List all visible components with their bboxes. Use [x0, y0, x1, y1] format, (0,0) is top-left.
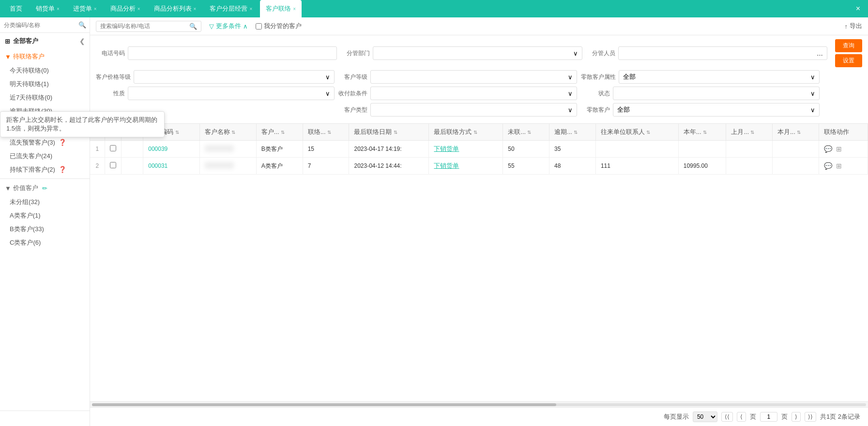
next-page-button[interactable]: ⟩ — [792, 412, 801, 422]
close-icon[interactable]: × — [293, 6, 296, 12]
person-label: 分管人员 — [586, 49, 615, 58]
sidebar-value-header[interactable]: ▼ 价值客户 ✏ — [0, 181, 90, 195]
filter-row-4: … 客户类型 ∨ 零散客户 全部∨ — [96, 103, 862, 117]
filter-cell-phone: 电话号码 — [96, 46, 337, 60]
sidebar-pending-header[interactable]: ▼ 待联络客户 — [0, 49, 90, 64]
collapse-icon[interactable]: ❮ — [79, 38, 85, 45]
filter-row-1: 电话号码 分管部门 ∨ 分管人员 … 查询 设置 — [96, 39, 862, 67]
person-input[interactable]: … — [618, 46, 827, 60]
contact-icon[interactable]: 💬 — [824, 145, 832, 153]
col-last-contact-date[interactable]: 最后联络日期 ⇅ — [349, 124, 429, 141]
top-nav: 首页 销货单 × 进货单 × 商品分析 × 商品分析列表 × 客户分层经营 × … — [0, 0, 868, 17]
customer-grade-label: 客户等级 — [338, 73, 367, 81]
phone-input[interactable] — [128, 46, 337, 60]
export-button[interactable]: ↑ 导出 — [845, 22, 863, 30]
per-page-select[interactable]: 50 100 200 — [693, 411, 717, 422]
row-uncontacted: 50 — [503, 141, 549, 158]
customer-type-select[interactable]: ∨ — [370, 103, 577, 117]
page-number-input[interactable] — [760, 412, 777, 422]
row-overdue: 35 — [549, 141, 596, 158]
scrollbar-thumb[interactable] — [92, 403, 556, 406]
search-input[interactable] — [100, 23, 187, 29]
sidebar-item-lost-predicted[interactable]: 流失预警客户(3) ❓ — [0, 136, 90, 149]
row-contact: 15 — [303, 141, 349, 158]
my-customer-checkbox[interactable] — [256, 23, 262, 29]
dept-select[interactable]: ∨ — [373, 46, 582, 60]
col-name[interactable]: 客户名称 ⇅ — [200, 124, 257, 141]
sidebar-item-already-lost[interactable]: 已流失客户(24) — [0, 149, 90, 163]
sidebar-item-7days[interactable]: 近7天待联络(0) — [0, 91, 90, 104]
sort-icon: ⇅ — [473, 130, 477, 135]
sidebar-item-continuous-down[interactable]: 持续下滑客户(2) ❓ — [0, 163, 90, 176]
col-this-year[interactable]: 本年... ⇅ — [678, 124, 726, 141]
close-icon[interactable]: × — [137, 6, 140, 12]
prev-page-button[interactable]: ⟨ — [737, 412, 746, 422]
filter-cell-customer-type: 客户类型 ∨ — [338, 103, 577, 117]
tab-purchase[interactable]: 进货单 × — [67, 0, 103, 17]
row-last-month — [726, 158, 773, 175]
first-page-button[interactable]: ⟨⟨ — [721, 412, 733, 422]
row-last-contact-method[interactable]: 下销货单 — [429, 158, 503, 175]
close-icon[interactable]: × — [249, 6, 252, 12]
edit-icon[interactable]: ✏ — [42, 185, 47, 192]
sidebar-all-customers[interactable]: ⊞ 全部客户 ❮ — [0, 33, 90, 49]
more-conditions-button[interactable]: ▽ 更多条件 ∧ — [205, 20, 252, 32]
sidebar-item-a-class[interactable]: A类客户(1) — [0, 209, 90, 222]
close-icon[interactable]: × — [94, 6, 97, 12]
last-page-button[interactable]: ⟩⟩ — [805, 412, 816, 422]
close-icon[interactable]: × — [194, 6, 197, 12]
sidebar-item-ungrouped[interactable]: 未分组(32) — [0, 195, 90, 209]
tab-customer-tier[interactable]: 客户分层经营 × — [204, 0, 258, 17]
search-icon[interactable]: 🔍 — [189, 23, 197, 30]
col-last-month[interactable]: 上月... ⇅ — [726, 124, 773, 141]
contact-method-link[interactable]: 下销货单 — [434, 162, 459, 169]
customer-grade-select[interactable]: ∨ — [370, 70, 577, 84]
col-uncontacted[interactable]: 未联... ⇅ — [503, 124, 549, 141]
contact-method-link[interactable]: 下销货单 — [434, 145, 459, 152]
horizontal-scrollbar[interactable] — [90, 401, 868, 407]
status-select[interactable]: ∨ — [613, 87, 820, 100]
col-unit-contact[interactable]: 往来单位联系人 ⇅ — [595, 124, 678, 141]
sort-icon: ⇅ — [797, 130, 801, 135]
filter-actions: 查询 设置 — [835, 39, 862, 67]
query-button[interactable]: 查询 — [835, 39, 862, 52]
tab-customer-contact[interactable]: 客户联络 × — [260, 0, 302, 17]
advanced-filter: 电话号码 分管部门 ∨ 分管人员 … 查询 设置 — [90, 35, 868, 124]
retail-attr-select[interactable]: 全部∨ — [619, 70, 820, 84]
col-last-contact-method[interactable]: 最后联络方式 ⇅ — [429, 124, 503, 141]
more-action-icon[interactable]: ⊞ — [836, 162, 842, 170]
tab-home[interactable]: 首页 — [4, 0, 28, 17]
row-checkbox[interactable] — [110, 145, 116, 151]
close-all-button[interactable]: × — [852, 4, 864, 13]
close-icon[interactable]: × — [57, 6, 60, 12]
sort-icon: ⇅ — [281, 130, 285, 135]
sidebar-item-today[interactable]: 今天待联络(0) — [0, 64, 90, 77]
col-this-month[interactable]: 本月... ⇅ — [773, 124, 819, 141]
settings-button[interactable]: 设置 — [835, 54, 862, 67]
table-area: ⚙ 客户编码 ⇅ 客户名称 ⇅ 客户... ⇅ — [90, 124, 868, 401]
sidebar-search-input[interactable] — [4, 22, 76, 29]
sidebar-item-tomorrow[interactable]: 明天待联络(1) — [0, 77, 90, 91]
table-row: 1 000039 B类客户 15 2023-04-17 14:19: 下销货单 — [90, 141, 868, 158]
col-type[interactable]: 客户... ⇅ — [256, 124, 303, 141]
sort-icon: ⇅ — [394, 130, 397, 135]
row-this-year — [678, 141, 726, 158]
sidebar-item-b-class[interactable]: B类客户(33) — [0, 222, 90, 236]
tab-product-analysis[interactable]: 商品分析 × — [105, 0, 146, 17]
search-icon[interactable]: 🔍 — [78, 21, 86, 29]
more-action-icon[interactable]: ⊞ — [836, 145, 842, 153]
payment-select[interactable]: ∨ — [370, 87, 577, 100]
col-contact[interactable]: 联络... ⇅ — [303, 124, 349, 141]
row-code[interactable]: 000031 — [143, 158, 200, 175]
row-checkbox[interactable] — [110, 162, 116, 168]
retail-customer-select[interactable]: 全部∨ — [613, 103, 820, 117]
tab-sales[interactable]: 销货单 × — [30, 0, 65, 17]
tab-product-analysis-list[interactable]: 商品分析列表 × — [148, 0, 202, 17]
sidebar-item-c-class[interactable]: C类客户(6) — [0, 236, 90, 250]
col-overdue[interactable]: 逾期... ⇅ — [549, 124, 596, 141]
row-last-contact-method[interactable]: 下销货单 — [429, 141, 503, 158]
row-code[interactable]: 000039 — [143, 141, 200, 158]
contact-icon[interactable]: 💬 — [824, 162, 832, 170]
nature-select[interactable]: ∨ — [128, 87, 335, 100]
price-level-select[interactable]: ∨ — [134, 70, 335, 84]
